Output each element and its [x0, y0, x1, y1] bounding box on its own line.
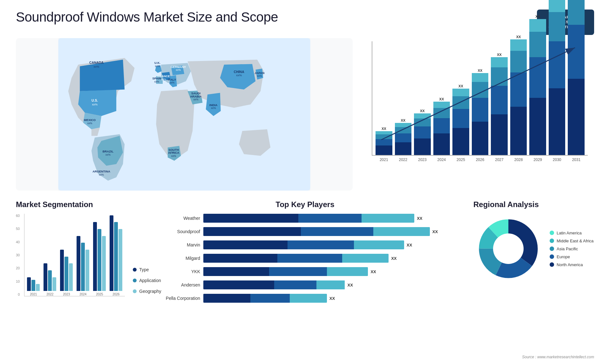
bar-seg-3-2025 [452, 96, 469, 109]
player-xx-andersen: XX [348, 283, 353, 287]
bar-stack-2021 [376, 131, 392, 155]
seg-y-60: 60 [16, 214, 20, 218]
bar-2026: XX [472, 69, 489, 155]
player-row-pella: Pella Corporation XX [149, 294, 461, 303]
bar-seg-4-2027 [491, 57, 508, 67]
player-name-pella: Pella Corporation [149, 296, 200, 301]
value-saudi: xx% [193, 98, 199, 101]
seg-group-2022: 2022 [44, 263, 56, 296]
bar-seg1-weather [203, 214, 298, 223]
seg-group-2024: 2024 [77, 236, 89, 296]
x-label-2021: 2021 [376, 158, 392, 162]
seg-type-2024 [77, 236, 80, 291]
player-xx-marvin: XX [407, 243, 412, 247]
bar-seg-3-2021 [376, 134, 392, 139]
value-argentina: xx% [99, 173, 104, 176]
seg-bars-2021 [27, 277, 40, 291]
value-china: xx% [236, 73, 242, 77]
player-xx-pella: XX [329, 296, 335, 301]
bar-seg-2-2031 [568, 25, 585, 79]
bar-seg2-weather [298, 214, 362, 223]
seg-year-2026: 2026 [112, 293, 119, 296]
player-xx-weather: XX [417, 216, 422, 221]
x-label-2025: 2025 [452, 158, 469, 162]
seg-type-2023 [60, 250, 64, 291]
seg-type-2021 [27, 277, 31, 291]
bar-seg-3-2022 [395, 127, 412, 133]
x-label-2023: 2023 [414, 158, 431, 162]
legend-dot-mea [550, 239, 554, 243]
legend-apac: Asia Pacific [550, 246, 593, 251]
legend-app-dot [133, 279, 137, 282]
bar-seg1-soundproof [203, 227, 301, 236]
bar-seg3-milgard [342, 254, 389, 263]
seg-year-2022: 2022 [46, 293, 53, 296]
bar-label-2024: XX [439, 97, 444, 101]
bar-seg2-andersen [274, 280, 317, 289]
bar-seg-3-2023 [414, 118, 431, 126]
bar-seg3-soundproof [373, 227, 430, 236]
seg-y-10: 10 [16, 280, 20, 283]
legend-dot-latin [550, 231, 554, 235]
x-label-2031: 2031 [568, 158, 585, 162]
label-saudi2: ARABIA [190, 95, 202, 98]
header: Soundproof Windows Market Size and Scope… [0, 0, 610, 38]
player-bar-weather: XX [203, 214, 461, 223]
bar-seg1-ykk [203, 267, 269, 276]
bar-stack-2025 [452, 89, 469, 155]
label-safrica2: AFRICA [168, 151, 180, 154]
x-label-2026: 2026 [472, 158, 489, 162]
bar-seg3-weather [362, 214, 414, 223]
players-title: Top Key Players [149, 200, 461, 209]
bar-seg1-pella [203, 294, 250, 303]
player-name-ykk: YKK [149, 269, 200, 274]
segmentation-section: Market Segmentation 60 50 40 30 20 10 0 [16, 200, 137, 340]
seg-app-2023 [64, 257, 68, 291]
seg-app-2026 [114, 222, 118, 291]
legend-type-dot [133, 268, 137, 272]
legend-mea: Middle East & Africa [550, 239, 593, 243]
seg-bars-2026 [110, 215, 122, 291]
seg-bars-2025 [93, 222, 106, 291]
seg-y-axis: 60 50 40 30 20 10 0 [16, 214, 21, 296]
bar-label-2023: XX [420, 109, 425, 113]
legend-geo-dot [133, 289, 137, 293]
bar-seg-3-2030 [549, 12, 566, 41]
seg-y-50: 50 [16, 227, 20, 231]
label-canada: CANADA [89, 61, 104, 64]
donut-chart [473, 214, 543, 284]
players-section: Top Key Players Weather XX [149, 200, 461, 340]
bar-seg-4-2030 [549, 0, 566, 12]
bar-2024: XX [433, 97, 450, 155]
seg-year-2023: 2023 [63, 293, 70, 296]
bar-stack-2027 [491, 57, 508, 155]
bar-seg-4-2024 [433, 102, 450, 108]
player-row-andersen: Andersen XX [149, 280, 461, 289]
seg-year-2025: 2025 [96, 293, 103, 296]
bar-seg-1-2023 [414, 138, 431, 155]
player-row-marvin: Marvin XX [149, 240, 461, 249]
player-name-milgard: Milgard [149, 256, 200, 261]
bar-seg1-milgard [203, 254, 277, 263]
bar-seg3-andersen [316, 280, 345, 289]
legend-label-apac: Asia Pacific [557, 246, 578, 251]
bar-seg-4-2029 [529, 19, 546, 32]
bar-seg2-milgard [277, 254, 342, 263]
legend-dot-europe [550, 254, 554, 259]
bar-stack-2028 [510, 39, 527, 155]
bar-label-2029: XX [535, 15, 540, 18]
bar-label-2028: XX [516, 35, 521, 39]
bar-seg-2-2026 [472, 98, 489, 122]
bar-2028: XX [510, 35, 527, 155]
bar-seg2-ykk [269, 267, 327, 276]
seg-chart-wrapper: 60 50 40 30 20 10 0 [16, 214, 137, 296]
bar-seg3-pella [290, 294, 327, 303]
bar-seg-2-2021 [376, 139, 392, 145]
bar-seg-4-2023 [414, 113, 431, 118]
bar-2027: XX [491, 53, 508, 155]
legend-label-na: North America [557, 262, 583, 267]
value-spain: xx% [154, 80, 159, 83]
bar-seg-2-2028 [510, 72, 527, 107]
bar-seg-3-2026 [472, 82, 489, 98]
bar-seg-1-2028 [510, 107, 527, 155]
